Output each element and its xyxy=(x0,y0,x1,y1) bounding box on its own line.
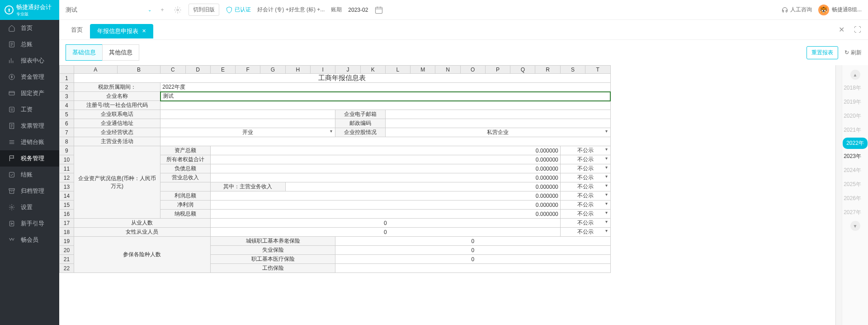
switch-old-button[interactable]: 切到旧版 xyxy=(189,4,219,16)
year-2021年[interactable]: 2021年 xyxy=(843,124,868,137)
col-G[interactable]: G xyxy=(260,66,285,74)
tax-icon xyxy=(8,155,15,162)
nav-home[interactable]: 首页 xyxy=(0,20,59,36)
nav-archive[interactable]: 归档管理 xyxy=(0,183,59,199)
shield-icon xyxy=(226,6,233,14)
holding[interactable]: 私营企业 xyxy=(385,128,610,137)
asset-icon xyxy=(8,90,15,97)
year-down-button[interactable]: ▼ xyxy=(850,221,860,231)
col-A[interactable]: A xyxy=(74,66,117,74)
nav-tax[interactable]: 税务管理 xyxy=(0,150,59,167)
nav-label: 畅会员 xyxy=(21,236,38,244)
gear-icon[interactable] xyxy=(173,5,182,14)
nav-salary[interactable]: 工资 xyxy=(0,101,59,118)
vip-icon xyxy=(8,236,15,244)
svg-rect-5 xyxy=(9,172,14,177)
tab-1[interactable]: 年报信息申报表✕ xyxy=(90,24,153,38)
nav-asset[interactable]: 固定资产 xyxy=(0,85,59,101)
nav-label: 发票管理 xyxy=(21,122,44,130)
nav-close[interactable]: 结账 xyxy=(0,167,59,183)
stock-icon xyxy=(8,139,15,146)
col-M[interactable]: M xyxy=(410,66,435,74)
year-2024年[interactable]: 2024年 xyxy=(843,164,868,177)
col-F[interactable]: F xyxy=(236,66,260,74)
user-menu[interactable]: 🐯 畅捷通B组... xyxy=(818,5,862,15)
nav-stock[interactable]: 进销台账 xyxy=(0,134,59,150)
nav-fund[interactable]: 资金管理 xyxy=(0,69,59,85)
close-tab-button[interactable]: ✕ xyxy=(835,24,847,36)
period-val[interactable]: 2022年度 xyxy=(160,83,610,92)
col-I[interactable]: I xyxy=(310,66,335,74)
expand-button[interactable]: ⛶ xyxy=(852,24,863,36)
col-O[interactable]: O xyxy=(460,66,485,74)
col-L[interactable]: L xyxy=(385,66,410,74)
add-icon[interactable]: ＋ xyxy=(158,5,167,14)
archive-icon xyxy=(8,187,15,195)
verified-badge: 已认证 xyxy=(226,6,251,14)
nav-label: 工资 xyxy=(21,105,33,114)
invoice-icon xyxy=(8,122,15,129)
col-C[interactable]: C xyxy=(160,66,185,74)
nav-invoice[interactable]: 发票管理 xyxy=(0,118,59,134)
calendar-icon[interactable] xyxy=(374,5,383,14)
year-2027年[interactable]: 2027年 xyxy=(843,206,868,219)
year-2022年[interactable]: 2022年 xyxy=(843,138,868,149)
nav-label: 归档管理 xyxy=(21,187,44,195)
col-K[interactable]: K xyxy=(360,66,385,74)
biz-status[interactable]: 开业 xyxy=(160,128,335,137)
svg-rect-2 xyxy=(9,91,14,95)
year-2025年[interactable]: 2025年 xyxy=(843,178,868,191)
nav-label: 税务管理 xyxy=(21,154,44,162)
nav-label: 结账 xyxy=(21,171,33,179)
reset-report-button[interactable]: 重置报表 xyxy=(807,46,838,59)
svg-point-10 xyxy=(177,9,179,11)
col-P[interactable]: P xyxy=(485,66,510,74)
nav-vip[interactable]: 畅会员 xyxy=(0,232,59,248)
year-up-button[interactable]: ▲ xyxy=(850,70,860,80)
col-N[interactable]: N xyxy=(435,66,460,74)
col-B[interactable]: B xyxy=(117,66,160,74)
salary-icon xyxy=(8,106,15,113)
col-D[interactable]: D xyxy=(185,66,210,74)
period-label: 账期 xyxy=(331,6,342,14)
year-2026年[interactable]: 2026年 xyxy=(843,192,868,205)
col-R[interactable]: R xyxy=(535,66,560,74)
nav-chart[interactable]: 报表中心 xyxy=(0,53,59,69)
svg-rect-11 xyxy=(376,7,382,13)
col-J[interactable]: J xyxy=(335,66,360,74)
logo-title: 畅捷通好会计 xyxy=(16,3,52,11)
refresh-button[interactable]: ↻ 刷新 xyxy=(844,49,862,57)
svg-point-7 xyxy=(11,206,13,208)
tab-close-icon[interactable]: ✕ xyxy=(142,28,146,34)
year-2023年[interactable]: 2023年 xyxy=(843,150,868,163)
period-value[interactable]: 2023-02 xyxy=(348,7,368,13)
company-name-cell[interactable]: 测试 xyxy=(160,92,610,101)
col-Q[interactable]: Q xyxy=(510,66,535,74)
logo-sub: 专业版 xyxy=(16,11,52,17)
year-2019年[interactable]: 2019年 xyxy=(843,96,868,109)
svg-rect-6 xyxy=(9,189,14,190)
year-2018年[interactable]: 2018年 xyxy=(843,81,868,95)
subtab-1[interactable]: 其他信息 xyxy=(102,44,139,61)
spreadsheet[interactable]: ABCDEFGHIJKLMNOPQRST1工商年报信息表2税款所属期间：2022… xyxy=(59,65,835,325)
col-T[interactable]: T xyxy=(585,66,610,74)
subtab-0[interactable]: 基础信息 xyxy=(66,44,102,61)
gear-icon xyxy=(8,204,15,211)
nav-label: 首页 xyxy=(21,24,33,32)
tab-0[interactable]: 首页 xyxy=(64,20,90,40)
company-select[interactable]: 测试 ⌄ xyxy=(66,4,151,16)
col-E[interactable]: E xyxy=(210,66,235,74)
logo-icon: ⬆ xyxy=(5,5,14,14)
nav-guide[interactable]: 新手引导 xyxy=(0,215,59,232)
vertical-scrollbar[interactable] xyxy=(835,65,842,325)
col-[interactable] xyxy=(60,66,74,74)
support-button[interactable]: 人工咨询 xyxy=(781,6,812,14)
logo: ⬆ 畅捷通好会计 专业版 xyxy=(0,0,59,20)
suite-text: 好会计 (专) +好生意 (标) +... xyxy=(257,6,325,14)
col-S[interactable]: S xyxy=(560,66,585,74)
col-H[interactable]: H xyxy=(285,66,310,74)
home-icon xyxy=(8,24,15,32)
nav-ledger[interactable]: 总账 xyxy=(0,36,59,53)
year-2020年[interactable]: 2020年 xyxy=(843,110,868,123)
nav-gear[interactable]: 设置 xyxy=(0,199,59,215)
